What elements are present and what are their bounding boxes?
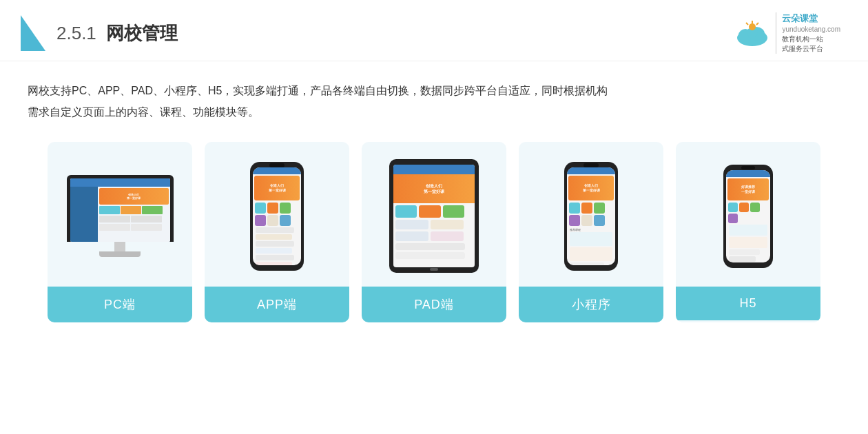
card-h5-image: 好课推荐一堂好课 xyxy=(676,142,820,287)
card-pad-label: PAD端 xyxy=(362,287,506,322)
platform-cards-section: 创造人们第一堂好课 xyxy=(0,123,868,343)
monitor-mockup: 创造人们第一堂好课 xyxy=(65,175,175,257)
description-block: 网校支持PC、APP、PAD、小程序、H5，实现多端打通，产品各终端自由切换，数… xyxy=(0,61,868,123)
phone-mockup-miniprogram: 创造人们第一堂好课 xyxy=(564,162,618,271)
phone-mockup-app: 创造人们第一堂好课 xyxy=(250,162,304,271)
card-miniprogram: 创造人们第一堂好课 xyxy=(519,142,663,322)
header-left: 2.5.1 网校管理 xyxy=(21,15,178,51)
card-h5: 好课推荐一堂好课 xyxy=(676,142,820,322)
card-pad-image: 创造人们第一堂好课 xyxy=(362,142,506,287)
card-pc-label: PC端 xyxy=(48,287,192,322)
brand-text-block: 云朵课堂 yunduoketang.com 教育机构一站 式服务云平台 xyxy=(776,12,840,54)
card-app-image: 创造人们第一堂好课 xyxy=(205,142,349,287)
svg-point-5 xyxy=(749,23,756,30)
brand-logo: 云朵课堂 yunduoketang.com 教育机构一站 式服务云平台 xyxy=(734,12,840,54)
logo-icon xyxy=(21,15,45,51)
svg-marker-0 xyxy=(21,15,45,51)
card-app-label: APP端 xyxy=(205,287,349,322)
card-pad: 创造人们第一堂好课 xyxy=(362,142,506,322)
page-header: 2.5.1 网校管理 云朵课堂 yunduoketang.com xyxy=(0,0,868,61)
card-pc: 创造人们第一堂好课 xyxy=(48,142,192,322)
card-h5-label: H5 xyxy=(676,287,820,320)
brand-cloud-svg xyxy=(734,19,770,48)
phone-mockup-h5: 好课推荐一堂好课 xyxy=(723,165,773,268)
page-title: 2.5.1 网校管理 xyxy=(56,21,178,45)
card-miniprogram-label: 小程序 xyxy=(519,287,663,322)
svg-line-8 xyxy=(746,23,748,25)
card-miniprogram-image: 创造人们第一堂好课 xyxy=(519,142,663,287)
card-pc-image: 创造人们第一堂好课 xyxy=(48,142,192,287)
page-wrapper: 2.5.1 网校管理 云朵课堂 yunduoketang.com xyxy=(0,0,868,434)
tablet-mockup: 创造人们第一堂好课 xyxy=(389,159,479,273)
card-app: 创造人们第一堂好课 xyxy=(205,142,349,322)
svg-line-7 xyxy=(756,23,758,25)
description-text: 网校支持PC、APP、PAD、小程序、H5，实现多端打通，产品各终端自由切换，数… xyxy=(28,81,840,123)
